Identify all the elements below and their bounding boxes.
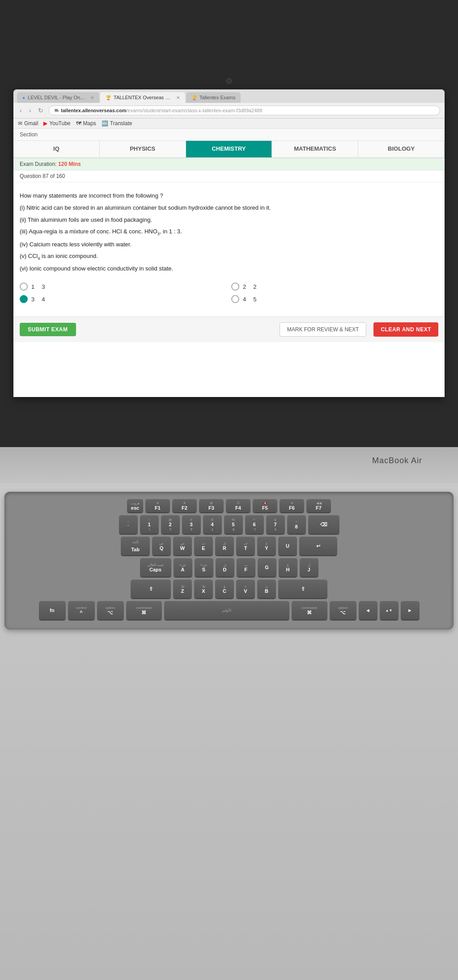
bookmark-gmail[interactable]: ✉ Gmail (18, 120, 38, 127)
refresh-button[interactable]: ↻ (36, 106, 45, 115)
key-j[interactable]: لJ (300, 558, 318, 577)
key-q[interactable]: ضQ (152, 536, 171, 555)
forward-button[interactable]: › (27, 106, 33, 115)
key-esc[interactable]: هروبesc (127, 499, 143, 512)
qwerty-key-row: الحدTab ضQ صW ثE قR فT غY U ↩ (10, 536, 448, 555)
radio-option-1[interactable] (20, 283, 28, 291)
option-2-value: 2 (253, 283, 256, 290)
key-1[interactable]: !1١ (140, 515, 159, 534)
option-1-number: 1 (31, 283, 34, 290)
key-6[interactable]: ^6٦ (245, 515, 264, 534)
key-4[interactable]: $4٤ (203, 515, 222, 534)
question-body: How many statements are incorrect from t… (13, 182, 445, 312)
bookmark-maps[interactable]: 🗺 Maps (76, 120, 96, 127)
key-b[interactable]: نB (257, 579, 276, 598)
asdf-key-row: تثبيت العاليCaps «شA »سS يD بF G جH لJ (10, 558, 448, 577)
key-f2[interactable]: ☀F2 (172, 499, 197, 512)
tab-level-devil[interactable]: ● LEVEL DEVIL - Play Online ✕ (17, 92, 99, 103)
key-w[interactable]: صW (173, 536, 192, 555)
tab-physics[interactable]: PHYSICS (100, 141, 186, 157)
key-3[interactable]: #3٣ (182, 515, 201, 534)
key-option-right[interactable]: option⌥ (330, 601, 356, 620)
tab-iq[interactable]: IQ (13, 141, 100, 157)
key-fn[interactable]: fn (39, 601, 66, 620)
key-5[interactable]: %5٥ (224, 515, 243, 534)
action-right: MARK FOR REVIEW & NEXT CLEAR AND NEXT (280, 322, 438, 337)
tab-biology[interactable]: BIOLOGY (358, 141, 445, 157)
key-shift-left[interactable]: ⇧ (131, 579, 171, 598)
tab-tallentex[interactable]: 🏆 TALLENTEX Overseas Exam ✕ (100, 92, 185, 103)
key-c[interactable]: ؤC (215, 579, 234, 598)
option-2[interactable]: 2 2 (231, 283, 438, 291)
tab-close-2[interactable]: ✕ (176, 95, 180, 100)
key-s[interactable]: »سS (195, 558, 213, 577)
maps-icon: 🗺 (76, 120, 81, 127)
key-shift-right[interactable]: ⇧ (278, 579, 327, 598)
key-right[interactable]: ► (401, 601, 420, 620)
mark-review-button[interactable]: MARK FOR REVIEW & NEXT (280, 322, 367, 337)
key-caps[interactable]: تثبيت العاليCaps (140, 558, 171, 577)
bookmarks-bar: ✉ Gmail ▶ YouTube 🗺 Maps 🔤 Translate (13, 118, 445, 129)
option-3-number: 3 (31, 296, 34, 303)
radio-option-4[interactable] (231, 295, 239, 303)
key-cmd-right[interactable]: command⌘ (292, 601, 327, 620)
key-f6[interactable]: ☀F6 (280, 499, 304, 512)
key-a[interactable]: «شA (174, 558, 192, 577)
key-8[interactable]: *8 (287, 515, 306, 534)
key-h[interactable]: جH (279, 558, 297, 577)
key-cmd-left[interactable]: command⌘ (126, 601, 162, 620)
key-y[interactable]: غY (257, 536, 276, 555)
question-text: How many statements are incorrect from t… (20, 191, 438, 274)
key-v[interactable]: ءV (236, 579, 255, 598)
key-ctrl[interactable]: control^ (68, 601, 95, 620)
url-domain: tallentex.allenoverseas.com (61, 108, 126, 113)
youtube-icon: ▶ (43, 120, 47, 127)
radio-option-2[interactable] (231, 283, 239, 291)
key-d[interactable]: يD (216, 558, 234, 577)
option-3[interactable]: 3 4 (20, 295, 227, 303)
key-g[interactable]: G (258, 558, 276, 577)
key-tab[interactable]: الحدTab (121, 536, 150, 555)
statement-5: (v) CCl4 is an ionic compound. (20, 252, 438, 262)
key-f7[interactable]: ◀◀F7 (306, 499, 331, 512)
option-1[interactable]: 1 3 (20, 283, 227, 291)
key-space[interactable]: الأوامر (164, 601, 289, 620)
action-bar: SUBMIT EXAM MARK FOR REVIEW & NEXT CLEAR… (13, 317, 445, 342)
key-u[interactable]: U (278, 536, 297, 555)
key-enter[interactable]: ↩ (299, 536, 337, 555)
key-backspace[interactable]: ⌫ (308, 515, 339, 534)
bookmark-translate[interactable]: 🔤 Translate (102, 120, 132, 127)
key-t[interactable]: فT (236, 536, 255, 555)
tab-bar: ● LEVEL DEVIL - Play Online ✕ 🏆 TALLENTE… (13, 89, 445, 103)
key-e[interactable]: ثE (194, 536, 213, 555)
back-button[interactable]: ‹ (18, 106, 24, 115)
submit-exam-button[interactable]: SUBMIT EXAM (20, 323, 76, 336)
key-f4[interactable]: ⠿F4 (226, 499, 250, 512)
key-r[interactable]: قR (215, 536, 234, 555)
key-left[interactable]: ◄ (359, 601, 377, 620)
option-4[interactable]: 4 5 (231, 295, 438, 303)
key-f5[interactable]: 🔇F5 (253, 499, 277, 512)
key-f3[interactable]: ⊞F3 (199, 499, 224, 512)
statement-1: (i) Nitric acid can be stored in an alum… (20, 203, 438, 213)
url-input[interactable]: ⛟ tallentex.allenoverseas.com/exams/stud… (49, 106, 440, 115)
key-option-left[interactable]: option⌥ (97, 601, 124, 620)
clear-next-button[interactable]: CLEAR AND NEXT (373, 322, 438, 337)
key-z[interactable]: ظZ (173, 579, 192, 598)
key-f[interactable]: بF (237, 558, 255, 577)
tab-mathematics[interactable]: MATHEMATICS (272, 141, 358, 157)
key-x[interactable]: طX (194, 579, 213, 598)
key-f1[interactable]: ☀F1 (145, 499, 170, 512)
key-tilde[interactable]: ~` (119, 515, 138, 534)
tab-chemistry[interactable]: CHEMISTRY (186, 141, 272, 157)
exam-content: Section IQ PHYSICS CHEMISTRY MATHEMATICS… (13, 129, 445, 397)
key-up-down[interactable]: ▲▼ (380, 601, 399, 620)
statement-2: (ii) Thin aluminium foils are used in fo… (20, 215, 438, 225)
tab-tallentex-exams[interactable]: 🏆 Tallentex Exams (186, 92, 241, 103)
radio-option-3[interactable] (20, 295, 28, 303)
key-7[interactable]: &7٧ (266, 515, 285, 534)
tab-close-1[interactable]: ✕ (90, 95, 94, 100)
bookmark-youtube[interactable]: ▶ YouTube (43, 120, 70, 127)
statement-6: (vi) Ionic compound show electric conduc… (20, 264, 438, 274)
key-2[interactable]: @2٢ (161, 515, 180, 534)
